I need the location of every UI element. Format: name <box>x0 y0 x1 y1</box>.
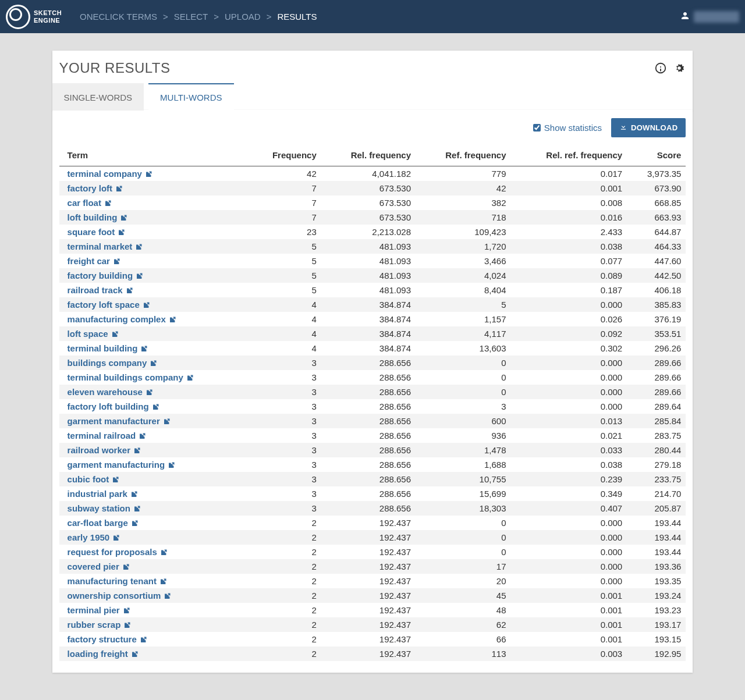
term-link[interactable]: car float <box>68 198 112 208</box>
term-link[interactable]: factory loft building <box>68 401 159 411</box>
term-text: freight car <box>68 256 110 266</box>
show-statistics-checkbox[interactable] <box>533 124 541 132</box>
cell-rel-frequency: 192.437 <box>321 603 416 617</box>
cell-rel-frequency: 288.656 <box>321 414 416 428</box>
tab-single-words[interactable]: SINGLE-WORDS <box>52 83 144 111</box>
top-header: SKETCH ENGINE ONECLICK TERMS > SELECT > … <box>0 0 745 33</box>
cell-rel-frequency: 192.437 <box>321 588 416 603</box>
term-link[interactable]: rubber scrap <box>68 620 132 630</box>
table-row: ownership consortium2192.437450.001193.2… <box>59 588 686 603</box>
cell-rel-frequency: 673.530 <box>321 210 416 225</box>
term-link[interactable]: subway station <box>68 503 141 513</box>
col-score[interactable]: Score <box>627 145 686 166</box>
term-link[interactable]: garment manufacturer <box>68 416 171 426</box>
term-link[interactable]: railroad worker <box>68 445 141 455</box>
term-link[interactable]: terminal company <box>68 169 152 179</box>
term-text: rubber scrap <box>68 620 121 630</box>
external-link-icon <box>133 504 141 512</box>
term-link[interactable]: eleven warehouse <box>68 387 153 397</box>
term-link[interactable]: garment manufacturing <box>68 460 176 470</box>
term-text: cubic foot <box>68 474 109 484</box>
term-link[interactable]: freight car <box>68 256 120 266</box>
col-rel-frequency[interactable]: Rel. frequency <box>321 145 416 166</box>
tab-multi-words[interactable]: MULTI-WORDS <box>148 83 233 111</box>
cell-rel-ref-frequency: 0.017 <box>510 166 627 182</box>
breadcrumb-oneclick-terms[interactable]: ONECLICK TERMS <box>80 12 157 22</box>
term-link[interactable]: cubic foot <box>68 474 120 484</box>
term-link[interactable]: railroad track <box>68 285 133 295</box>
col-term[interactable]: Term <box>59 145 249 166</box>
breadcrumb-separator: > <box>267 12 272 22</box>
show-statistics-toggle[interactable]: Show statistics <box>533 123 602 133</box>
term-link[interactable]: factory building <box>68 271 144 280</box>
cell-frequency: 4 <box>249 326 321 341</box>
term-link[interactable]: terminal buildings company <box>68 372 194 382</box>
download-button[interactable]: DOWNLOAD <box>611 118 686 137</box>
cell-ref-frequency: 4,117 <box>416 326 510 341</box>
table-row: cubic foot3288.65610,7550.239233.75 <box>59 472 686 486</box>
cell-ref-frequency: 62 <box>416 617 510 632</box>
cell-score: 406.18 <box>627 283 686 297</box>
cell-rel-frequency: 384.874 <box>321 341 416 356</box>
term-link[interactable]: car-float barge <box>68 518 139 528</box>
cell-frequency: 2 <box>249 530 321 545</box>
term-link[interactable]: terminal pier <box>68 605 130 615</box>
external-link-icon <box>131 650 139 658</box>
cell-ref-frequency: 1,157 <box>416 312 510 326</box>
external-link-icon <box>111 330 119 337</box>
term-link[interactable]: loading freight <box>68 649 139 659</box>
term-link[interactable]: factory structure <box>68 634 147 644</box>
col-ref-frequency[interactable]: Ref. frequency <box>416 145 510 166</box>
cell-rel-ref-frequency: 0.239 <box>510 472 627 486</box>
term-link[interactable]: factory loft space <box>68 300 150 310</box>
cell-ref-frequency: 1,478 <box>416 443 510 457</box>
term-link[interactable]: request for proposals <box>68 547 168 557</box>
cell-rel-frequency: 481.093 <box>321 283 416 297</box>
cell-rel-ref-frequency: 0.016 <box>510 210 627 225</box>
external-link-icon <box>160 548 168 556</box>
term-text: covered pier <box>68 562 119 571</box>
term-link[interactable]: covered pier <box>68 562 130 571</box>
term-text: early 1950 <box>68 532 110 542</box>
term-link[interactable]: factory loft <box>68 183 123 193</box>
cell-ref-frequency: 20 <box>416 574 510 588</box>
gear-icon[interactable] <box>673 62 686 74</box>
term-link[interactable]: ownership consortium <box>68 591 172 600</box>
term-link[interactable]: terminal building <box>68 343 148 353</box>
cell-score: 279.18 <box>627 457 686 472</box>
term-link[interactable]: loft space <box>68 329 119 339</box>
term-text: terminal railroad <box>68 431 136 440</box>
term-link[interactable]: industrial park <box>68 489 138 499</box>
col-frequency[interactable]: Frequency <box>249 145 321 166</box>
cell-frequency: 3 <box>249 501 321 516</box>
term-link[interactable]: manufacturing complex <box>68 314 176 324</box>
tabs: SINGLE-WORDS MULTI-WORDS <box>52 83 693 111</box>
term-text: car-float barge <box>68 518 128 528</box>
external-link-icon <box>163 417 171 425</box>
external-link-icon <box>168 461 175 468</box>
info-icon[interactable] <box>654 62 667 74</box>
cell-rel-frequency: 192.437 <box>321 516 416 530</box>
term-text: factory structure <box>68 634 137 644</box>
logo[interactable]: SKETCH ENGINE <box>6 3 73 30</box>
breadcrumb-select[interactable]: SELECT <box>174 12 208 22</box>
cell-rel-ref-frequency: 0.001 <box>510 603 627 617</box>
term-text: eleven warehouse <box>68 387 143 397</box>
term-link[interactable]: loft building <box>68 212 128 222</box>
table-row: terminal railroad3288.6569360.021283.75 <box>59 428 686 443</box>
term-link[interactable]: buildings company <box>68 358 158 368</box>
breadcrumb-upload[interactable]: UPLOAD <box>225 12 261 22</box>
term-link[interactable]: square foot <box>68 227 126 237</box>
cell-frequency: 3 <box>249 414 321 428</box>
term-link[interactable]: terminal market <box>68 241 143 251</box>
breadcrumb-results: RESULTS <box>277 12 317 22</box>
term-link[interactable]: early 1950 <box>68 532 120 542</box>
term-link[interactable]: terminal railroad <box>68 431 147 440</box>
cell-ref-frequency: 600 <box>416 414 510 428</box>
external-link-icon <box>159 577 167 585</box>
cell-frequency: 5 <box>249 239 321 254</box>
col-rel-ref-frequency[interactable]: Rel. ref. frequency <box>510 145 627 166</box>
external-link-icon <box>140 635 147 643</box>
term-link[interactable]: manufacturing tenant <box>68 576 167 586</box>
header-user-area[interactable] <box>680 10 739 23</box>
